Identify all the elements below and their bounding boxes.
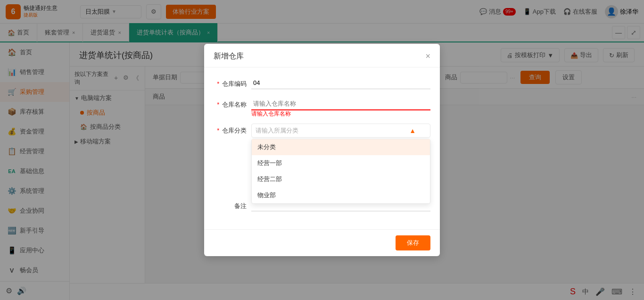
modal-overlay: 新增仓库 × * 仓库编码 * 仓库名称 请输入仓库名称 — [0, 0, 644, 300]
category-label: * 仓库分类 — [214, 124, 251, 135]
modal-header: 新增仓库 × — [204, 44, 440, 67]
category-select[interactable]: 请输入所属分类 ▲ — [251, 124, 430, 138]
name-label: * 仓库名称 — [214, 98, 251, 109]
modal-title: 新增仓库 — [214, 51, 244, 61]
code-input[interactable] — [251, 77, 430, 89]
dropdown-item-uncategorized[interactable]: 未分类 — [252, 139, 430, 155]
select-up-icon: ▲ — [409, 127, 416, 134]
code-label: * 仓库编码 — [214, 77, 251, 88]
modal-body: * 仓库编码 * 仓库名称 请输入仓库名称 * 仓库分类 — [204, 67, 440, 229]
modal-close-button[interactable]: × — [425, 51, 430, 61]
category-dropdown: 未分类 经营一部 经营二部 物业部 — [251, 139, 430, 204]
modal-new-warehouse: 新增仓库 × * 仓库编码 * 仓库名称 请输入仓库名称 — [204, 44, 440, 256]
form-row-category: * 仓库分类 请输入所属分类 ▲ 未分类 经营一部 经营二部 物业部 — [214, 124, 430, 138]
form-row-code: * 仓库编码 — [214, 77, 430, 89]
form-row-name: * 仓库名称 请输入仓库名称 — [214, 98, 430, 110]
name-input[interactable] — [251, 98, 430, 110]
dropdown-item-ops2[interactable]: 经营二部 — [252, 171, 430, 187]
modal-footer: 保存 — [204, 229, 440, 256]
save-button[interactable]: 保存 — [396, 235, 430, 250]
notes-label: 备注 — [214, 199, 251, 210]
dropdown-item-ops1[interactable]: 经营一部 — [252, 155, 430, 171]
dropdown-item-property[interactable]: 物业部 — [252, 187, 430, 203]
category-placeholder: 请输入所属分类 — [256, 126, 298, 135]
name-error-message: 请输入仓库名称 — [251, 110, 291, 118]
